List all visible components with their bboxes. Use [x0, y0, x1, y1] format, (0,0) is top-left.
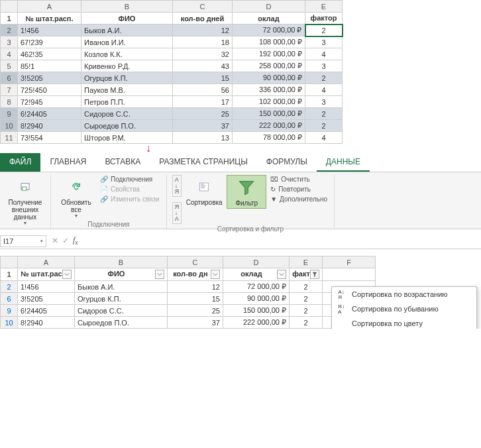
- column-filter-dropdown[interactable]: [211, 270, 220, 279]
- table-row[interactable]: 585!1Кривенко Р.Д.43258 000,00 ₽3: [1, 60, 343, 72]
- tab-data[interactable]: ДАННЫЕ: [317, 153, 370, 172]
- group-label: Сортировка и фильтр: [172, 224, 329, 234]
- table-row[interactable]: 7725!450Пауков М.В.56336 000,00 ₽4: [1, 84, 343, 96]
- table-row[interactable]: 21!456Быков А.И.1272 000,00 ₽2: [1, 281, 376, 293]
- clear-filter-icon: ⌧: [270, 176, 278, 183]
- column-filter-dropdown[interactable]: [277, 270, 286, 279]
- table-row[interactable]: 96!24405Сидоров С.С.25150 000,00 ₽2: [1, 305, 376, 317]
- get-external-data-button[interactable]: Получение внешних данных ▼: [5, 175, 45, 227]
- cancel-formula-icon[interactable]: ✕: [52, 236, 58, 245]
- clear-filter-button[interactable]: ⌧Очистить: [269, 175, 329, 184]
- sort-button[interactable]: Сортировка: [184, 175, 224, 207]
- dropdown-caret-icon: ▼: [74, 213, 79, 218]
- refresh-icon: [66, 176, 87, 197]
- edit-links-icon: 🔗: [100, 196, 108, 203]
- name-box[interactable]: I17 ▾: [0, 235, 46, 247]
- sort-desc-icon: Я↓А: [336, 304, 347, 315]
- fx-icon[interactable]: fx: [73, 235, 78, 246]
- group-label: Подключения: [56, 219, 161, 229]
- funnel-icon: [236, 177, 257, 198]
- advanced-icon: ▼: [270, 196, 277, 203]
- dropdown-caret-icon: ▾: [40, 239, 43, 244]
- properties-button[interactable]: 📄Свойства: [99, 185, 161, 194]
- sort-asc-icon: А↓Я: [336, 290, 347, 300]
- advanced-filter-button[interactable]: ▼Дополнительно: [269, 195, 329, 203]
- arrow-down-hint-icon: ↓: [146, 144, 481, 153]
- filter-button[interactable]: Фильтр: [227, 175, 266, 209]
- tab-insert[interactable]: ВСТАВКА: [95, 153, 150, 172]
- table-row[interactable]: 4462!35Козлов К.К.32192 000,00 ₽4: [1, 48, 343, 60]
- sort-asc-icon: А↓Я: [175, 177, 180, 195]
- reapply-icon: ↻: [270, 186, 276, 193]
- tab-home[interactable]: ГЛАВНАЯ: [40, 153, 95, 172]
- table-row[interactable]: 63!5205Огурцов К.П.1590 000,00 ₽2: [1, 72, 343, 84]
- dropdown-caret-icon: ▼: [23, 221, 28, 225]
- sort-ascending-item[interactable]: А↓Я Сортировка по возрастанию: [332, 287, 476, 302]
- svg-rect-1: [22, 187, 27, 190]
- sort-descending-item[interactable]: Я↓А Сортировка по убыванию: [332, 302, 476, 316]
- table-row[interactable]: 108!2940Сыроедов П.О.37222 000,00 ₽2: [1, 317, 376, 329]
- top-spreadsheet-grid[interactable]: A B C D E 1 № штат.расп. ФИО кол-во дней…: [0, 0, 343, 144]
- sort-desc-button[interactable]: Я↓А: [172, 202, 182, 224]
- refresh-all-button[interactable]: Обновить все ▼: [56, 175, 96, 219]
- table-row[interactable]: 2 1!456Быков А.И. 1272 000,00 ₽ 2: [1, 25, 343, 36]
- edit-links-button[interactable]: 🔗Изменить связи: [99, 195, 161, 203]
- table-header-row: 1 № штат.рас ФИО кол-во дн оклад факт: [1, 268, 376, 281]
- external-data-icon: [15, 176, 36, 197]
- autofilter-menu: А↓Я Сортировка по возрастанию Я↓А Сортир…: [331, 286, 477, 329]
- sort-by-color-item[interactable]: Сортировка по цвету: [332, 316, 476, 329]
- sort-icon: [193, 176, 215, 197]
- column-filter-dropdown[interactable]: [62, 270, 72, 279]
- accept-formula-icon[interactable]: ✓: [62, 236, 69, 245]
- table-row[interactable]: 96!24405Сидоров С.С.25150 000,00 ₽2: [1, 108, 343, 120]
- properties-icon: 📄: [100, 186, 108, 193]
- table-row[interactable]: 872!945Петров П.П.17102 000,00 ₽3: [1, 96, 343, 108]
- filtered-spreadsheet-grid[interactable]: A B C D E F 1 № штат.рас ФИО кол-во дн о…: [0, 256, 376, 329]
- tab-formulas[interactable]: ФОРМУЛЫ: [257, 153, 317, 172]
- table-row[interactable]: 367!239Иванов И.И.18108 000,00 ₽3: [1, 36, 343, 48]
- ribbon-body: Получение внешних данных ▼ Обновить все …: [0, 172, 481, 229]
- column-letters-row: A B C D E: [1, 1, 343, 13]
- sort-desc-icon: Я↓А: [175, 204, 180, 222]
- tab-page-layout[interactable]: РАЗМЕТКА СТРАНИЦЫ: [150, 153, 257, 172]
- table-header-row: 1 № штат.расп. ФИО кол-во дней оклад фак…: [1, 13, 343, 25]
- table-row[interactable]: 108!2940Сыроедов П.О.37222 000,00 ₽2: [1, 120, 343, 132]
- tab-file[interactable]: ФАЙЛ: [0, 153, 40, 172]
- selected-cell: 2: [305, 25, 343, 36]
- connections-icon: 🔗: [100, 176, 108, 183]
- table-row[interactable]: 1173!554Шторов Р.М.1378 000,00 ₽4: [1, 132, 343, 144]
- ribbon-tabs: ФАЙЛ ГЛАВНАЯ ВСТАВКА РАЗМЕТКА СТРАНИЦЫ Ф…: [0, 153, 481, 172]
- column-filter-dropdown-active[interactable]: [310, 270, 319, 279]
- reapply-button[interactable]: ↻Повторить: [269, 185, 329, 194]
- connections-button[interactable]: 🔗Подключения: [99, 175, 161, 184]
- column-letters-row: A B C D E F: [1, 256, 376, 268]
- table-row[interactable]: 63!5205Огурцов К.П.1590 000,00 ₽2: [1, 293, 376, 305]
- column-filter-dropdown[interactable]: [155, 270, 164, 279]
- sort-asc-button[interactable]: А↓Я: [172, 175, 182, 197]
- formula-bar: I17 ▾ ✕ ✓ fx: [0, 233, 481, 249]
